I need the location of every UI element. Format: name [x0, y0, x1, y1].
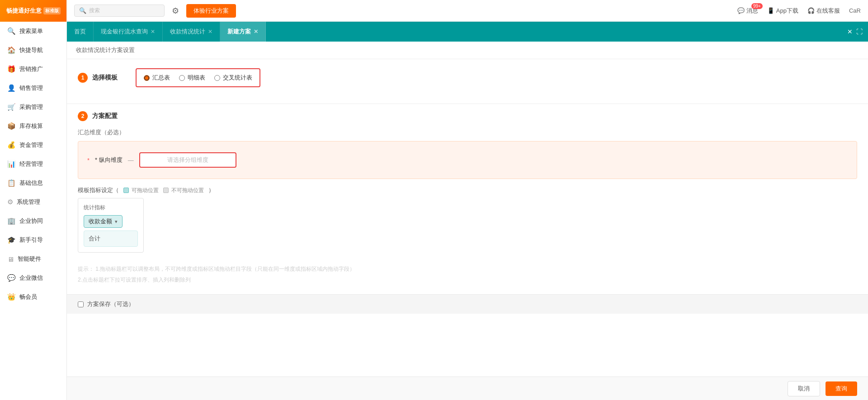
tab-payment-stat-close[interactable]: ✕ — [208, 28, 212, 35]
metrics-tag-payment[interactable]: 收款金额 ▾ — [84, 215, 123, 228]
search-icon: 🔍 — [79, 7, 86, 14]
tab-payment-stat[interactable]: 收款情况统计 ✕ — [163, 22, 220, 42]
online-service-label: 在线客服 — [816, 7, 840, 15]
radio-cross[interactable]: 交叉统计表 — [214, 74, 252, 82]
fixed-label: 不可拖动位置 — [171, 187, 204, 194]
radio-summary-label: 汇总表 — [152, 74, 170, 82]
logo-text: 畅捷通好生意 — [6, 7, 42, 15]
maximize-icon[interactable]: ⛶ — [856, 28, 863, 35]
tab-bank-flow[interactable]: 现金银行流水查询 ✕ — [94, 22, 163, 42]
step1-num: 1 — [78, 73, 88, 83]
sidebar-item-label: 畅会员 — [19, 293, 37, 301]
sidebar-item-label: 销售管理 — [19, 84, 43, 92]
box-icon: 📦 — [7, 122, 16, 130]
query-button[interactable]: 查询 — [826, 381, 857, 396]
radio-summary-input[interactable] — [144, 75, 150, 81]
sidebar-item-hardware[interactable]: 🖥 智能硬件 — [0, 249, 66, 268]
hardware-icon: 🖥 — [7, 255, 14, 263]
sidebar-item-label: 智能硬件 — [18, 255, 41, 263]
sidebar-item-system[interactable]: ⚙ 系统管理 — [0, 193, 66, 212]
hint-area: 提示： 1.拖动标题栏可以调整布局，不可跨维度或指标区域拖动栏目字段（只能在同一… — [78, 264, 857, 285]
wechat-icon: 💬 — [7, 274, 16, 282]
sidebar-item-label: 系统管理 — [17, 198, 40, 206]
sidebar-item-sales[interactable]: 👤 销售管理 — [0, 79, 66, 98]
headset-icon: 🎧 — [807, 7, 815, 14]
sidebar-item-purchase[interactable]: 🛒 采购管理 — [0, 98, 66, 117]
sidebar-item-wechat[interactable]: 💬 企业微信 — [0, 268, 66, 287]
main-area: 🔍 搜索 ⚙ 体验行业方案 💬 消息 99+ 📱 App下载 🎧 在线客服 Ca… — [67, 0, 868, 400]
metrics-tag-label: 收款金额 — [89, 217, 112, 226]
step2-label: 2 方案配置 — [78, 111, 857, 121]
sidebar: 畅捷通好生意 标准版 🔍 搜索菜单 🏠 快捷导航 🎁 营销推广 👤 销售管理 🛒… — [0, 0, 67, 400]
sidebar-item-quick-nav[interactable]: 🏠 快捷导航 — [0, 41, 66, 60]
online-service-link[interactable]: 🎧 在线客服 — [807, 7, 840, 15]
tab-new-plan-close[interactable]: ✕ — [254, 28, 258, 35]
cancel-button[interactable]: 取消 — [788, 381, 820, 396]
search-menu-icon: 🔍 — [7, 27, 16, 35]
sidebar-item-base-info[interactable]: 📋 基础信息 — [0, 174, 66, 193]
sidebar-item-guide[interactable]: 🎓 新手引导 — [0, 231, 66, 249]
sidebar-item-finance[interactable]: 💰 资金管理 — [0, 136, 66, 155]
tab-home[interactable]: 首页 — [67, 22, 94, 42]
sidebar-item-search-menu[interactable]: 🔍 搜索菜单 — [0, 22, 66, 41]
settings-gear-icon[interactable]: ⚙ — [172, 6, 179, 16]
step1-label: 1 选择模板 汇总表 明细表 交叉统计表 — [78, 68, 857, 87]
sidebar-item-operations[interactable]: 📊 经营管理 — [0, 155, 66, 174]
notification-badge: 99+ — [751, 3, 763, 9]
notification-icon: 💬 — [737, 7, 745, 14]
breadcrumb: 收款情况统计方案设置 — [67, 42, 868, 59]
metrics-section: 模板指标设定（ 可拖动位置 不可拖动位置 ） 统计指标 — [78, 186, 857, 253]
radio-cross-input[interactable] — [214, 75, 220, 81]
radio-detail-label: 明细表 — [188, 74, 205, 82]
topbar-search[interactable]: 🔍 搜索 — [74, 5, 165, 17]
sidebar-item-label: 采购管理 — [19, 103, 43, 111]
sidebar-item-label: 快捷导航 — [19, 46, 43, 54]
tab-new-plan-label: 新建方案 — [227, 28, 251, 36]
app-download-link[interactable]: 📱 App下载 — [767, 7, 798, 15]
metrics-label-row: 模板指标设定（ 可拖动位置 不可拖动位置 ） — [78, 186, 857, 194]
sidebar-item-label: 新手引导 — [19, 236, 43, 244]
tab-bank-flow-label: 现金银行流水查询 — [101, 28, 148, 36]
tab-bank-flow-close[interactable]: ✕ — [151, 28, 155, 35]
tab-home-label: 首页 — [74, 28, 86, 36]
close-all-icon[interactable]: ✕ — [847, 28, 853, 35]
save-label[interactable]: 方案保存（可选） — [87, 300, 134, 308]
sidebar-item-label: 企业微信 — [19, 274, 43, 282]
gift-icon: 🎁 — [7, 65, 16, 73]
radio-summary[interactable]: 汇总表 — [144, 74, 170, 82]
arrow-icon: — — [128, 157, 134, 164]
cart-icon: 🛒 — [7, 103, 16, 111]
topbar: 🔍 搜索 ⚙ 体验行业方案 💬 消息 99+ 📱 App下载 🎧 在线客服 Ca… — [67, 0, 868, 22]
step2-section: 2 方案配置 汇总维度（必选） * * 纵向维度 — 请选择分组维度 — [67, 111, 868, 294]
money-icon: 💰 — [7, 141, 16, 149]
tab-new-plan[interactable]: 新建方案 ✕ — [220, 22, 266, 42]
radio-detail-input[interactable] — [179, 75, 185, 81]
sidebar-item-label: 企业协同 — [19, 217, 43, 225]
step1-section: 1 选择模板 汇总表 明细表 交叉统计表 — [67, 59, 868, 104]
sidebar-item-member[interactable]: 👑 畅会员 — [0, 287, 66, 306]
fixed-legend: 不可拖动位置 — [163, 187, 204, 194]
radio-detail[interactable]: 明细表 — [179, 74, 205, 82]
sidebar-item-label: 搜索菜单 — [19, 27, 43, 35]
fixed-dot — [163, 188, 169, 193]
sidebar-item-inventory[interactable]: 📦 库存核算 — [0, 117, 66, 136]
sidebar-item-label: 库存核算 — [19, 122, 43, 130]
tabbar-actions: ✕ ⛶ — [842, 22, 868, 42]
movable-label: 可拖动位置 — [132, 187, 159, 194]
dim-required-star: * — [87, 157, 90, 164]
trial-button[interactable]: 体验行业方案 — [186, 4, 236, 18]
search-placeholder-text: 搜索 — [89, 7, 100, 14]
sidebar-item-label: 基础信息 — [19, 179, 43, 187]
template-options-box: 汇总表 明细表 交叉统计表 — [136, 68, 260, 87]
sidebar-item-marketing[interactable]: 🎁 营销推广 — [0, 60, 66, 79]
step2-title: 方案配置 — [92, 112, 118, 120]
dim-select-box[interactable]: 请选择分组维度 — [139, 152, 236, 168]
app-download-label: App下载 — [776, 7, 798, 15]
person-icon: 👤 — [7, 84, 16, 92]
movable-legend: 可拖动位置 — [123, 187, 159, 194]
sidebar-item-enterprise[interactable]: 🏢 企业协同 — [0, 212, 66, 231]
clipboard-icon: 📋 — [7, 179, 16, 187]
save-checkbox[interactable] — [78, 301, 84, 307]
user-name: CaR — [849, 7, 861, 14]
notification-area[interactable]: 💬 消息 99+ — [737, 7, 758, 15]
